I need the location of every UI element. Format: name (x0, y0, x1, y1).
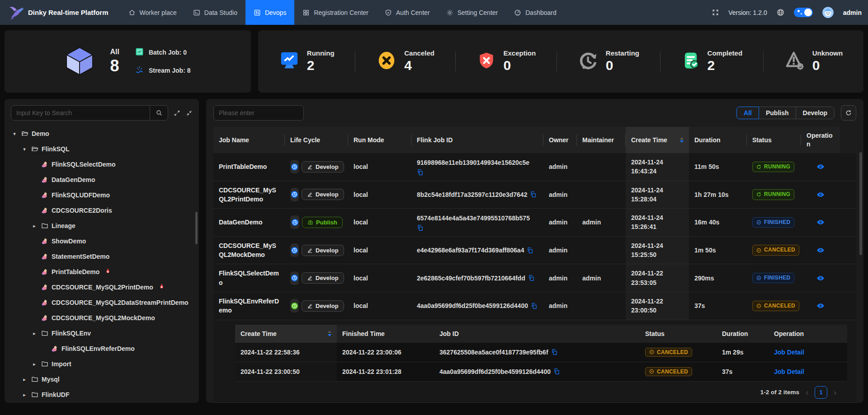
page: Dinky Real-time Platform Worker placeDat… (0, 0, 868, 415)
history-clock-icon[interactable] (290, 215, 299, 229)
copy-icon[interactable] (553, 368, 560, 375)
sidebar-scrollbar[interactable] (195, 212, 198, 244)
language-globe-icon[interactable] (776, 8, 785, 17)
copy-icon[interactable] (530, 191, 537, 198)
tree-item-flinksqlenvreferdemo[interactable]: FlinkSQLEnvReferDemo (11, 341, 193, 356)
stat-divider (763, 51, 764, 71)
copy-icon[interactable] (528, 275, 535, 281)
life-cycle-develop-button[interactable]: Develop (302, 272, 344, 284)
life-cycle-develop-button[interactable]: Develop (302, 300, 344, 312)
life-cycle-develop-button[interactable]: Develop (302, 161, 344, 173)
stat-label: Exception (504, 49, 536, 57)
tree-item-printtabledemo[interactable]: PrintTableDemo (11, 264, 193, 280)
caret-right-icon[interactable]: ▸ (21, 392, 28, 398)
sort-carets-icon[interactable] (680, 137, 684, 143)
history-clock-icon[interactable] (290, 160, 299, 173)
table-scrollbar[interactable] (859, 152, 862, 255)
caret-right-icon[interactable]: ▸ (31, 223, 38, 229)
search-icon[interactable] (150, 106, 168, 120)
caret-right-icon[interactable]: ▸ (31, 361, 38, 367)
subtable-column-header-create-time[interactable]: Create Time (235, 325, 337, 343)
table-row-datagendemo[interactable]: DataGenDemoPublishlocal6574e8144e4a5a43e… (213, 209, 856, 237)
job-detail-link[interactable]: Job Detail (774, 368, 804, 375)
tree-item-cdcsource-mysql2datastreamprintdemo[interactable]: CDCSOURCE_MySQL2DataStreamPrintDemo (11, 295, 193, 310)
history-clock-icon[interactable] (290, 243, 299, 257)
sort-carets-icon[interactable] (328, 331, 331, 336)
tree-search-input[interactable] (11, 106, 150, 120)
nav-item-registration-center[interactable]: Registration Center (294, 0, 377, 25)
eye-icon[interactable] (816, 302, 825, 310)
tree-item-demo[interactable]: ▾Demo (11, 126, 193, 141)
copy-icon[interactable] (531, 303, 538, 309)
cell-flink-job-id: 2e62865c49cfef70b597fb7210664fdd (411, 264, 543, 292)
nav-item-auth-center[interactable]: Auth Center (377, 0, 438, 25)
tree-item-cdcsource-mysql2mockdemo[interactable]: CDCSOURCE_MySQL2MockDemo (11, 310, 193, 326)
life-cycle-label: Publish (316, 219, 337, 226)
tree-item-import[interactable]: ▸Import (11, 356, 193, 372)
status-label: CANCELED (657, 349, 688, 355)
life-cycle-publish-button[interactable]: Publish (302, 217, 343, 228)
eye-icon[interactable] (816, 191, 825, 199)
all-jobs-count: All 8 (110, 48, 119, 75)
filter-publish[interactable]: Publish (759, 107, 796, 119)
pagination-prev-icon[interactable]: ‹ (805, 388, 809, 396)
eye-icon[interactable] (816, 163, 825, 171)
tree-item-mysql[interactable]: ▸Mysql (11, 372, 193, 387)
history-clock-icon[interactable] (290, 299, 299, 312)
table-row-cdcsource-mysql2mockdemo[interactable]: CDCSOURCE_MySQL2MockDemoDeveloplocale4e4… (213, 237, 856, 265)
caret-down-icon[interactable]: ▾ (11, 131, 18, 137)
pagination-page-1[interactable]: 1 (815, 386, 827, 399)
nav-item-worker-place[interactable]: Worker place (120, 0, 185, 25)
subtable-row-2[interactable]: 2024-11-22 23:00:502024-11-22 23:01:284a… (235, 362, 847, 382)
job-detail-link[interactable]: Job Detail (774, 349, 804, 356)
table-row-printtabledemo[interactable]: PrintTableDemoDeveloplocal91698968e11eb1… (213, 153, 856, 181)
caret-right-icon[interactable]: ▸ (31, 331, 38, 336)
expand-all-icon[interactable] (174, 110, 180, 117)
filter-all[interactable]: All (736, 107, 759, 119)
refresh-button[interactable] (841, 105, 856, 121)
tree-item-datagendemo[interactable]: DataGenDemo (11, 172, 193, 187)
subtable-row-1[interactable]: 2024-11-22 22:58:362024-11-22 23:00:0636… (235, 343, 847, 362)
caret-right-icon[interactable]: ▸ (21, 377, 28, 382)
tree-item-cdcsource-mysql2printdemo[interactable]: CDCSOURCE_MySQL2PrintDemo (11, 280, 193, 295)
tree-item-flinksqlselectdemo[interactable]: FlinkSQLSelectDemo (11, 157, 193, 172)
edit-icon (307, 164, 313, 170)
history-clock-icon[interactable] (290, 271, 299, 285)
filter-develop[interactable]: Develop (796, 107, 835, 119)
nav-item-setting-center[interactable]: Setting Center (438, 0, 506, 25)
copy-icon[interactable] (417, 169, 424, 176)
nav-item-data-studio[interactable]: Data Studio (185, 0, 245, 25)
fullscreen-icon[interactable] (712, 9, 719, 16)
copy-icon[interactable] (551, 349, 558, 355)
copy-icon[interactable] (417, 224, 424, 231)
tree-item-showdemo[interactable]: ShowDemo (11, 233, 193, 249)
eye-icon[interactable] (816, 218, 825, 226)
life-cycle-develop-button[interactable]: Develop (302, 245, 344, 256)
nav-item-devops[interactable]: Devops (245, 0, 294, 25)
tree-item-flinksqludfdemo[interactable]: FlinkSQLUDFDemo (11, 187, 193, 203)
history-clock-icon[interactable] (290, 188, 299, 201)
pagination-next-icon[interactable]: › (833, 388, 837, 396)
collapse-all-icon[interactable] (186, 110, 193, 117)
eye-icon[interactable] (816, 246, 825, 254)
table-row-flinksqlenvreferdemo[interactable]: FlinkSQLEnvReferDemoDeveloplocal4aa0a956… (213, 292, 856, 320)
table-search-input[interactable] (214, 106, 304, 120)
table-row-cdcsource-mysql2printdemo[interactable]: CDCSOURCE_MySQL2PrintDemoDeveloplocal8b2… (213, 181, 856, 209)
eye-icon[interactable] (816, 274, 825, 282)
caret-down-icon[interactable]: ▾ (21, 146, 28, 152)
tree-item-cdcsource2doris[interactable]: CDCSOURCE2Doris (11, 203, 193, 218)
theme-toggle[interactable] (794, 8, 813, 17)
version-label: Version: 1.2.0 (728, 9, 767, 16)
tree-item-flinkudf[interactable]: ▸FlinkUDF (11, 387, 193, 402)
tree-item-flinksql[interactable]: ▾FlinkSQL (11, 141, 193, 157)
tree-item-statementsetdemo[interactable]: StatementSetDemo (11, 249, 193, 264)
nav-item-label: Dashboard (525, 9, 557, 16)
life-cycle-develop-button[interactable]: Develop (302, 189, 344, 200)
tree-item-lineage[interactable]: ▸Lineage (11, 218, 193, 233)
user-avatar[interactable] (822, 6, 834, 19)
tree-item-flinksqlenv[interactable]: ▸FlinkSQLEnv (11, 326, 193, 341)
nav-item-dashboard[interactable]: Dashboard (506, 0, 565, 25)
table-row-flinksqlselectdemo[interactable]: FlinkSQLSelectDemoDeveloplocal2e62865c49… (213, 264, 856, 292)
column-header-create-time[interactable]: Create Time (626, 127, 689, 153)
copy-icon[interactable] (527, 247, 533, 254)
